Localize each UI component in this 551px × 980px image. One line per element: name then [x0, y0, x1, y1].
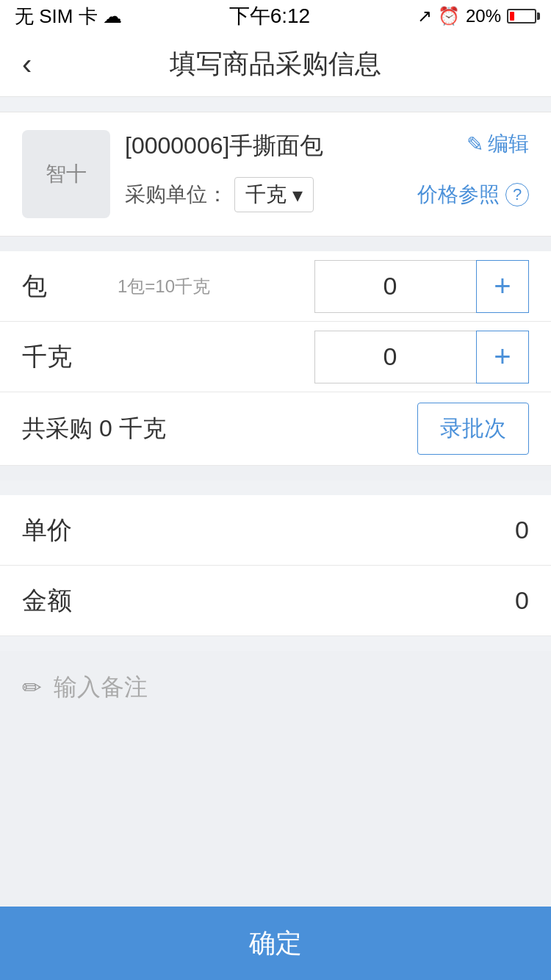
- amount-label: 金额: [22, 584, 72, 618]
- bag-sublabel: 1包=10千克: [118, 275, 210, 298]
- product-info: [0000006]手撕面包 ✎ 编辑 采购单位： 千克 ▾ 价格参照 ?: [125, 130, 529, 212]
- nav-bar: ‹ 填写商品采购信息: [0, 32, 551, 97]
- status-bar: 无 SIM 卡 ☁ 下午6:12 ↗ ⏰ 20%: [0, 0, 551, 32]
- battery-percent: 20%: [466, 6, 501, 26]
- bag-plus-button[interactable]: +: [476, 260, 529, 313]
- unit-price-value: 0: [515, 516, 529, 544]
- back-button[interactable]: ‹: [22, 40, 39, 88]
- edit-icon: ✎: [467, 132, 483, 156]
- pencil-icon: ✏: [22, 674, 42, 702]
- status-time: 下午6:12: [229, 2, 311, 30]
- product-logo-text: 智十: [46, 160, 87, 188]
- kg-label: 千克: [22, 340, 110, 374]
- product-name: [0000006]手撕面包: [125, 130, 323, 162]
- kg-row: 千克 +: [0, 322, 551, 392]
- battery-icon: [507, 9, 536, 24]
- edit-button[interactable]: ✎ 编辑: [467, 130, 529, 158]
- location-icon: ↗: [417, 6, 432, 26]
- help-icon: ?: [505, 183, 529, 206]
- product-image: 智十: [22, 130, 110, 218]
- confirm-button[interactable]: 确定: [0, 907, 551, 980]
- bag-input-area: +: [210, 260, 529, 313]
- product-header: [0000006]手撕面包 ✎ 编辑: [125, 130, 529, 162]
- unit-selector-area: 采购单位： 千克 ▾: [125, 177, 314, 212]
- form-section: 包 1包=10千克 + 千克 + 共采购 0 千克 录批次: [0, 251, 551, 466]
- unit-label: 采购单位：: [125, 183, 228, 206]
- page-title: 填写商品采购信息: [170, 46, 381, 82]
- amount-value: 0: [515, 586, 529, 615]
- alarm-icon: ⏰: [438, 6, 460, 26]
- unit-dropdown[interactable]: 千克 ▾: [234, 177, 314, 212]
- unit-price-row: 单价 0: [0, 495, 551, 566]
- product-unit-row: 采购单位： 千克 ▾ 价格参照 ?: [125, 177, 529, 212]
- status-right: ↗ ⏰ 20%: [417, 6, 536, 26]
- batch-button[interactable]: 录批次: [417, 403, 529, 455]
- bag-label: 包: [22, 270, 110, 303]
- total-text: 共采购 0 千克: [22, 413, 166, 445]
- amount-row: 金额 0: [0, 566, 551, 636]
- chevron-down-icon: ▾: [292, 183, 303, 207]
- kg-input-area: +: [110, 331, 529, 383]
- kg-plus-button[interactable]: +: [476, 331, 529, 383]
- kg-input[interactable]: [314, 331, 476, 383]
- bag-row: 包 1包=10千克 +: [0, 251, 551, 322]
- section-divider-1: [0, 237, 551, 251]
- remark-section[interactable]: ✏ 输入备注: [0, 651, 551, 724]
- bag-input[interactable]: [314, 260, 476, 313]
- empty-content-area: [0, 724, 551, 915]
- product-card: 智十 [0000006]手撕面包 ✎ 编辑 采购单位： 千克 ▾: [0, 112, 551, 237]
- status-left: 无 SIM 卡 ☁: [15, 4, 122, 29]
- price-ref-button[interactable]: 价格参照 ?: [417, 181, 529, 209]
- sim-status: 无 SIM 卡 ☁: [15, 4, 122, 29]
- unit-price-label: 单价: [22, 514, 72, 547]
- section-divider-2: [0, 466, 551, 480]
- price-section: 单价 0 金额 0: [0, 495, 551, 636]
- total-row: 共采购 0 千克 录批次: [0, 392, 551, 466]
- remark-placeholder: 输入备注: [54, 671, 148, 704]
